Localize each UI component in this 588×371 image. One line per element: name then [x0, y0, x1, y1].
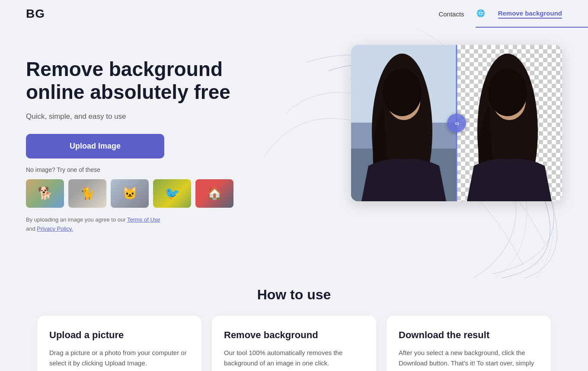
sample-image-cat-standing[interactable]: 🐈: [68, 179, 106, 208]
globe-icon[interactable]: 🌐: [476, 9, 486, 19]
contacts-link[interactable]: Contacts: [438, 10, 464, 18]
how-to-use-title: How to use: [26, 287, 562, 303]
how-card-upload-title: Upload a picture: [49, 330, 189, 341]
svg-point-10: [488, 69, 527, 116]
compare-original-side: [351, 45, 457, 201]
how-card-download-title: Download the result: [399, 330, 539, 341]
sample-image-dog[interactable]: 🐕: [26, 179, 64, 208]
privacy-policy-link[interactable]: Privacy Policy.: [37, 225, 73, 232]
privacy-prefix: and: [26, 225, 37, 232]
logo[interactable]: BG: [26, 7, 45, 21]
sample-image-bird[interactable]: 🐦: [153, 179, 191, 208]
how-card-upload-text: Drag a picture or a photo from your comp…: [49, 348, 189, 368]
image-compare-container: ‹ ›: [351, 45, 562, 201]
sample-image-cats[interactable]: 🐱: [111, 179, 149, 208]
how-to-use-section: How to use Upload a picture Drag a pictu…: [0, 278, 588, 371]
how-card-remove-text: Our tool 100% automatically removes the …: [224, 348, 364, 368]
no-image-text: No image? Try one of these: [26, 166, 242, 173]
hero-right: ‹ ›: [242, 45, 562, 201]
terms-of-use-link[interactable]: Terms of Use: [127, 216, 160, 223]
how-to-use-cards: Upload a picture Drag a picture or a pho…: [26, 316, 562, 371]
hero-section: Remove background online absolutely free…: [0, 28, 588, 278]
how-card-download: Download the result After you select a n…: [387, 316, 551, 371]
svg-point-6: [383, 69, 422, 116]
how-card-remove: Remove background Our tool 100% automati…: [212, 316, 376, 371]
nav: Contacts 🌐 Remove background: [438, 9, 562, 19]
terms-prefix: By uploading an image you agree to our: [26, 216, 127, 223]
hero-subtitle: Quick, simple, and easy to use: [26, 112, 242, 121]
compare-transparent-side: [457, 45, 562, 201]
how-card-upload: Upload a picture Drag a picture or a pho…: [37, 316, 201, 371]
hero-left: Remove background online absolutely free…: [26, 45, 242, 233]
how-card-remove-title: Remove background: [224, 330, 364, 341]
header-divider: [476, 27, 588, 28]
upload-image-button[interactable]: Upload Image: [26, 134, 164, 159]
sample-image-house[interactable]: 🏠: [195, 179, 233, 208]
sample-images-row: 🐕 🐈 🐱 🐦 🏠: [26, 179, 242, 208]
remove-bg-nav-link[interactable]: Remove background: [498, 10, 562, 19]
original-photo-svg: [351, 45, 457, 201]
compare-handle[interactable]: ‹ ›: [447, 114, 466, 133]
hero-title: Remove background online absolutely free: [26, 58, 233, 104]
compare-arrows-icon: ‹ ›: [455, 120, 458, 127]
cutout-svg: [457, 45, 562, 201]
header: BG Contacts 🌐 Remove background: [0, 0, 588, 28]
terms-text: By uploading an image you agree to our T…: [26, 216, 242, 234]
how-card-download-text: After you select a new background, click…: [399, 348, 539, 371]
